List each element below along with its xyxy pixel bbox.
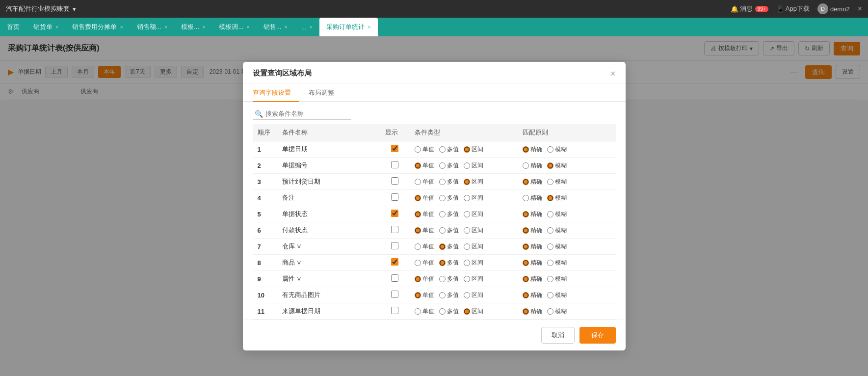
type-radio-label[interactable]: 单值 xyxy=(415,178,434,186)
type-radio-label[interactable]: 多值 xyxy=(439,161,459,170)
type-radio-label[interactable]: 多值 xyxy=(439,291,459,299)
display-checkbox[interactable] xyxy=(391,177,398,185)
type-radio[interactable] xyxy=(439,211,446,217)
type-radio[interactable] xyxy=(415,227,421,234)
type-radio[interactable] xyxy=(439,179,446,185)
tab-tab7[interactable]: ... × xyxy=(294,18,319,36)
type-radio[interactable] xyxy=(415,276,421,282)
type-radio[interactable] xyxy=(439,292,446,298)
match-radio[interactable] xyxy=(547,276,553,282)
match-radio[interactable] xyxy=(547,195,553,201)
type-radio-label[interactable]: 区间 xyxy=(464,259,483,267)
match-radio[interactable] xyxy=(523,292,529,298)
type-radio-label[interactable]: 多值 xyxy=(439,226,459,235)
match-radio[interactable] xyxy=(523,162,529,169)
type-radio-label[interactable]: 多值 xyxy=(439,275,459,283)
match-radio[interactable] xyxy=(547,308,553,315)
type-radio[interactable] xyxy=(439,146,446,153)
match-radio[interactable] xyxy=(547,260,553,266)
tab-tab4[interactable]: 模板... × xyxy=(174,18,212,36)
type-radio[interactable] xyxy=(464,260,470,266)
match-radio[interactable] xyxy=(523,179,529,185)
type-radio-label[interactable]: 区间 xyxy=(464,145,483,154)
type-radio-label[interactable]: 单值 xyxy=(415,242,434,251)
type-radio-label[interactable]: 单值 xyxy=(415,226,434,235)
type-radio-label[interactable]: 多值 xyxy=(439,242,459,251)
modal-tab-query-fields[interactable]: 查询字段设置 xyxy=(253,83,299,102)
tab-tab4-close[interactable]: × xyxy=(202,24,205,30)
type-radio-label[interactable]: 单值 xyxy=(415,291,434,299)
type-radio-label[interactable]: 区间 xyxy=(464,307,483,316)
type-radio[interactable] xyxy=(439,260,446,266)
type-radio-label[interactable]: 区间 xyxy=(464,194,483,202)
match-radio[interactable] xyxy=(547,227,553,234)
match-radio-label[interactable]: 模糊 xyxy=(547,259,567,267)
match-radio[interactable] xyxy=(547,162,553,169)
type-radio-label[interactable]: 单值 xyxy=(415,145,434,154)
match-radio-label[interactable]: 精确 xyxy=(523,178,542,186)
match-radio-label[interactable]: 精确 xyxy=(523,307,542,316)
match-radio-label[interactable]: 模糊 xyxy=(547,242,567,251)
match-radio[interactable] xyxy=(523,195,529,201)
tab-purchase-stats-close[interactable]: × xyxy=(368,24,370,30)
type-radio[interactable] xyxy=(464,146,470,153)
match-radio-label[interactable]: 精确 xyxy=(523,226,542,235)
match-radio[interactable] xyxy=(523,211,529,217)
match-radio[interactable] xyxy=(523,227,529,234)
match-radio-label[interactable]: 精确 xyxy=(523,259,542,267)
display-checkbox[interactable] xyxy=(391,226,398,233)
display-checkbox[interactable] xyxy=(391,291,398,298)
match-radio[interactable] xyxy=(523,308,529,315)
type-radio-label[interactable]: 多值 xyxy=(439,178,459,186)
tab-tab5[interactable]: 模板调... × xyxy=(212,18,256,36)
tab-sales-order-close[interactable]: × xyxy=(55,24,58,30)
type-radio-label[interactable]: 区间 xyxy=(464,242,483,251)
tab-sales-expense[interactable]: 销售费用分摊单 × xyxy=(65,18,130,36)
match-radio-label[interactable]: 模糊 xyxy=(547,291,567,299)
display-checkbox[interactable] xyxy=(391,193,398,201)
type-radio[interactable] xyxy=(415,146,421,153)
notification-btn[interactable]: 🔔 消息 99+ xyxy=(731,4,768,13)
match-radio[interactable] xyxy=(523,243,529,250)
tab-sales-order[interactable]: 销货单 × xyxy=(26,18,65,36)
tab-tab7-close[interactable]: × xyxy=(310,24,313,30)
type-radio[interactable] xyxy=(415,179,421,185)
tab-home[interactable]: 首页 xyxy=(0,18,26,36)
match-radio-label[interactable]: 模糊 xyxy=(547,194,567,202)
match-radio-label[interactable]: 模糊 xyxy=(547,275,567,283)
type-radio[interactable] xyxy=(464,179,470,185)
type-radio-label[interactable]: 单值 xyxy=(415,194,434,202)
tab-tab6[interactable]: 销售... × xyxy=(257,18,294,36)
type-radio-label[interactable]: 多值 xyxy=(439,259,459,267)
type-radio-label[interactable]: 单值 xyxy=(415,259,434,267)
match-radio[interactable] xyxy=(523,146,529,153)
match-radio-label[interactable]: 精确 xyxy=(523,275,542,283)
type-radio[interactable] xyxy=(415,308,421,315)
match-radio-label[interactable]: 模糊 xyxy=(547,161,567,170)
modal-close-button[interactable]: × xyxy=(610,69,616,78)
type-radio-label[interactable]: 单值 xyxy=(415,275,434,283)
type-radio[interactable] xyxy=(415,243,421,250)
type-radio-label[interactable]: 区间 xyxy=(464,275,483,283)
display-checkbox[interactable] xyxy=(391,145,398,152)
type-radio-label[interactable]: 区间 xyxy=(464,161,483,170)
match-radio-label[interactable]: 精确 xyxy=(523,161,542,170)
type-radio[interactable] xyxy=(464,276,470,282)
type-radio[interactable] xyxy=(415,292,421,298)
type-radio[interactable] xyxy=(439,227,446,234)
type-radio[interactable] xyxy=(464,195,470,201)
match-radio-label[interactable]: 精确 xyxy=(523,210,542,218)
type-radio[interactable] xyxy=(415,195,421,201)
tab-purchase-stats[interactable]: 采购订单统计 × xyxy=(319,18,377,36)
match-radio[interactable] xyxy=(523,260,529,266)
type-radio[interactable] xyxy=(439,195,446,201)
type-radio[interactable] xyxy=(439,162,446,169)
type-radio[interactable] xyxy=(464,292,470,298)
match-radio-label[interactable]: 精确 xyxy=(523,291,542,299)
match-radio-label[interactable]: 精确 xyxy=(523,194,542,202)
type-radio[interactable] xyxy=(464,162,470,169)
type-radio[interactable] xyxy=(439,308,446,315)
match-radio[interactable] xyxy=(547,243,553,250)
type-radio-label[interactable]: 单值 xyxy=(415,161,434,170)
type-radio-label[interactable]: 多值 xyxy=(439,210,459,218)
